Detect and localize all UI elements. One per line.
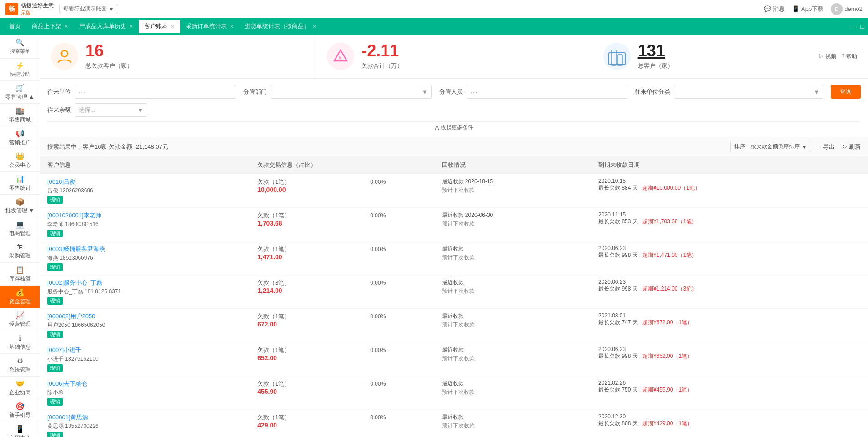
customer-name-link[interactable]: [0001020001]李老师 — [47, 212, 101, 219]
company-select[interactable]: 母婴行业演示账套 ▼ — [59, 4, 118, 14]
unit-class-select[interactable]: ▼ — [674, 85, 823, 99]
debt-amount[interactable]: 1,214.00 — [257, 287, 356, 294]
latest-payment: 最近收款 2020-06-30 — [442, 211, 584, 219]
customer-name-link[interactable]: [0006]去下粮仓 — [47, 380, 87, 387]
customer-name-link[interactable]: [0002]服务中心_丁磊 — [47, 279, 102, 286]
overdue-days: 最长欠款 808 天 — [598, 420, 641, 427]
query-button[interactable]: 查询 — [831, 85, 861, 99]
customer-name-link[interactable]: [0003]畅捷服务尹海燕 — [47, 246, 105, 252]
overdue-link[interactable]: 超期¥429.00（1笔） — [642, 420, 692, 427]
customer-badge: 现销 — [47, 230, 63, 237]
tab-window-maximize[interactable]: □ — [861, 23, 864, 30]
customer-name-link[interactable]: [000002]用户2050 — [47, 313, 95, 320]
sidebar-item-quick-nav[interactable]: ⚡ 快捷导航 — [0, 59, 40, 81]
message-btn[interactable]: 💬 消息 — [764, 5, 785, 13]
collapse-filters-btn[interactable]: ⋀ 收起更多条件 — [47, 121, 861, 133]
overdue-days: 最长欠款 998 天 — [598, 353, 641, 359]
refresh-btn[interactable]: ↻ 刷新 — [842, 143, 861, 151]
sidebar-item-member[interactable]: 👑 会员中心 — [0, 149, 40, 172]
debt-count: 欠款（3笔） — [257, 279, 356, 287]
balance-select[interactable]: 选择... ▼ — [75, 103, 147, 117]
from-unit-label: 往来单位 — [47, 88, 71, 96]
latest-payment: 最近收款 2020-10-15 — [442, 178, 584, 186]
logo-icon: 畅 — [5, 3, 18, 15]
sidebar-item-basic-info[interactable]: ℹ 基础信息 — [0, 331, 40, 354]
due-date: 2020.11.15 — [598, 211, 861, 218]
debt-amount[interactable]: 10,000.00 — [257, 186, 356, 193]
tab-window-minimize[interactable]: — — [851, 23, 857, 30]
sidebar-item-inventory[interactable]: 📋 库存核算 — [0, 263, 40, 286]
dept-select[interactable]: ▼ — [271, 85, 432, 99]
overdue-days: 最长欠款 853 天 — [598, 218, 641, 225]
finance-icon: 💰 — [15, 288, 25, 297]
dept-label: 分管部门 — [243, 88, 267, 96]
sidebar-item-newbie[interactable]: 🎯 新手引导 — [0, 399, 40, 422]
overdue-link[interactable]: 超期¥1,471.00（1笔） — [642, 252, 697, 258]
sidebar-item-retail-stats[interactable]: 📊 零售统计 — [0, 172, 40, 195]
debt-amount[interactable]: 1,703.68 — [257, 220, 356, 227]
sort-select[interactable]: 排序：按欠款金额倒序排序 ▼ — [730, 141, 811, 152]
debt-total-number: -2.11 — [361, 43, 403, 59]
sidebar-item-batch[interactable]: 📦 批发管理 ▼ — [0, 195, 40, 217]
sidebar-item-purchase[interactable]: 🛍 采购管理 — [0, 240, 40, 263]
sidebar-item-ecommerce[interactable]: 💻 电商管理 — [0, 217, 40, 240]
overdue-link[interactable]: 超期¥652.00（1笔） — [642, 353, 692, 359]
debt-amount[interactable]: 429.00 — [257, 422, 356, 429]
customer-name-link[interactable]: [0016]吕俊 — [47, 178, 75, 185]
debt-customers-icon: ¥ — [51, 43, 78, 70]
overdue-link[interactable]: 超期¥1,703.68（1笔） — [642, 218, 697, 225]
tab-close-icon[interactable]: ✕ — [171, 24, 175, 30]
person-label: 分管人员 — [439, 88, 463, 96]
sidebar-item-marketing[interactable]: 📢 营销推广 — [0, 126, 40, 149]
overdue-link[interactable]: 超期¥455.90（1笔） — [642, 387, 692, 393]
next-payment: 预计下次收款 — [442, 355, 584, 362]
debt-amount[interactable]: 455.90 — [257, 388, 356, 395]
export-btn[interactable]: ↑ 导出 — [818, 143, 835, 151]
tab-product-shelf[interactable]: 商品上下架 ✕ — [26, 20, 74, 33]
tab-production-history[interactable]: 产成品入库单历史 ✕ — [74, 20, 139, 33]
tab-home[interactable]: 首页 — [4, 20, 26, 33]
debt-amount[interactable]: 652.00 — [257, 354, 356, 362]
tab-close-icon[interactable]: ✕ — [230, 24, 234, 30]
debt-total-label: 欠款合计（万） — [361, 62, 403, 70]
app-download-btn[interactable]: 📱 App下载 — [792, 5, 823, 13]
video-btn[interactable]: ▷ 视频 — [818, 53, 836, 60]
sidebar-item-enterprise[interactable]: 🤝 企业协同 — [0, 377, 40, 399]
tab-close-icon[interactable]: ✕ — [64, 24, 68, 30]
debt-percent: 0.00% — [370, 414, 427, 421]
stat-debt-customers-content: 16 总欠款客户（家） — [85, 43, 133, 70]
sidebar-item-app-center[interactable]: 📱 应用中心 — [0, 422, 40, 437]
result-summary: 搜索结果中，客户16家 欠款金额 -21,148.07元 — [47, 143, 168, 151]
user-menu[interactable]: D demo2 — [831, 3, 863, 15]
debt-amount[interactable]: 1,471.00 — [257, 253, 356, 261]
customer-name-link[interactable]: [0007]小进千 — [47, 347, 81, 353]
help-btn[interactable]: ? 帮助 — [842, 53, 857, 60]
avatar: D — [831, 3, 843, 15]
debt-amount[interactable]: 672.00 — [257, 321, 356, 328]
tab-purchase-stat[interactable]: 进货单统计表（按商品） ✕ — [239, 20, 322, 33]
due-date: 2020.06.23 — [598, 245, 861, 251]
debt-count: 欠款（1笔） — [257, 346, 356, 354]
table-row: [000001]黄思源 黄思源 13552700226 现销 欠款（1笔） 42… — [40, 410, 868, 437]
latest-payment: 最近收款 — [442, 346, 584, 354]
overdue-link[interactable]: 超期¥10,000.00（1笔） — [642, 185, 700, 191]
tab-customer-account[interactable]: 客户账本 ✕ — [139, 20, 180, 33]
tab-close-icon[interactable]: ✕ — [129, 24, 133, 30]
stat-debt-total: ¥ -2.11 欠款合计（万） — [316, 35, 592, 78]
person-input[interactable]: ··· — [467, 85, 628, 99]
overdue-link[interactable]: 超期¥672.00（1笔） — [642, 319, 692, 326]
sidebar-item-system[interactable]: ⚙ 系统管理 — [0, 354, 40, 377]
debt-percent: 0.00% — [370, 179, 427, 185]
overdue-link[interactable]: 超期¥1,214.00（3笔） — [642, 286, 697, 292]
sidebar-item-search-menu[interactable]: 🔍 搜索菜单 — [0, 35, 40, 59]
from-unit-input[interactable]: ··· — [75, 85, 236, 99]
tab-close-icon[interactable]: ✕ — [312, 24, 316, 30]
table-row: [0002]服务中心_丁磊 服务中心_丁磊 181 0125 8371 现销 欠… — [40, 275, 868, 309]
debt-percent: 0.00% — [370, 381, 427, 387]
tab-purchase-summary[interactable]: 采购订单统计表 ✕ — [180, 20, 239, 33]
sidebar-item-retail-mall[interactable]: 🏬 零售商城 — [0, 104, 40, 126]
customer-name-link[interactable]: [000001]黄思源 — [47, 414, 88, 421]
sidebar-item-operations[interactable]: 📈 经营管理 — [0, 308, 40, 331]
sidebar-item-finance[interactable]: 💰 资金管理 — [0, 286, 40, 308]
sidebar-item-retail-management[interactable]: 🛒 零售管理 ▲ — [0, 81, 40, 104]
